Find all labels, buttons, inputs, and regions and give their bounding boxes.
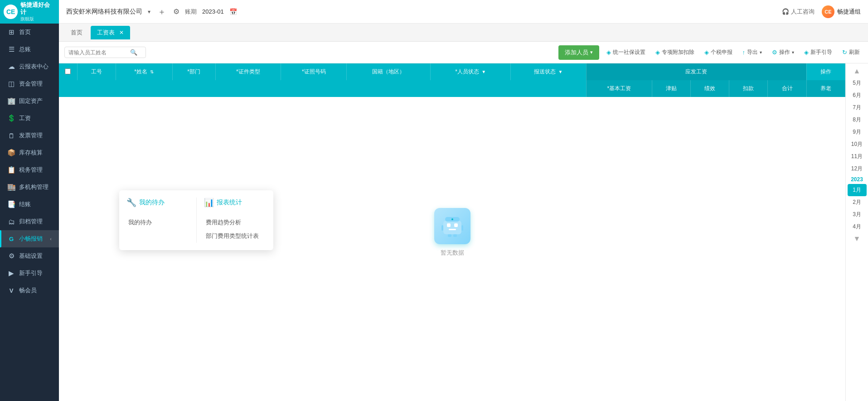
month-7[interactable]: 7月 [848,101,867,114]
month-8[interactable]: 8月 [848,114,867,126]
operations-header: 操作 [806,63,845,80]
tax-report-action[interactable]: ◈ 个税申报 [702,47,735,58]
reports-icon: 📊 [204,198,214,208]
sidebar-item-fixed-assets[interactable]: 🏢 固定资产 [0,92,59,110]
month-3[interactable]: 3月 [848,208,867,221]
month-4[interactable]: 4月 [848,221,867,233]
tab-close-salary[interactable]: ✕ [119,29,124,36]
subsidy-header: 绩效 [690,80,729,97]
social-insurance-action[interactable]: ◈ 统一社保设置 [604,47,648,58]
name-header[interactable]: *姓名 ⇅ [116,63,172,80]
operations-action[interactable]: ⚙ 操作 ▾ [769,47,797,58]
sidebar-item-archive[interactable]: 🗂 归档管理 [0,213,59,230]
sidebar-item-invoice[interactable]: 🗒 发票管理 [0,127,59,144]
svg-rect-1 [447,223,451,227]
sidebar-item-new-guide[interactable]: ▶ 新手引导 [0,265,59,282]
calendar-icon[interactable]: 📅 [229,8,237,15]
sidebar-item-ledger[interactable]: ☰ 总账 [0,41,59,58]
total-header: 合计 [768,80,806,97]
sidebar-item-fund[interactable]: ◫ 资金管理 [0,75,59,92]
export-action[interactable]: ↑ 导出 ▾ [740,47,765,58]
svg-rect-8 [448,234,451,237]
search-icon[interactable]: 🔍 [130,49,137,56]
operations-icon: ⚙ [772,49,777,56]
sidebar-item-home[interactable]: ⊞ 首页 [0,24,59,41]
month-11[interactable]: 11月 [848,150,867,163]
tab-home[interactable]: 首页 [64,26,89,39]
period-value: 2023-01 [202,8,224,15]
salary-group-header: 应发工资 [586,63,806,80]
add-company-button[interactable]: ＋ [156,6,168,17]
add-person-dropdown-arrow: ▾ [590,49,593,55]
month-picker: ▲ 5月 6月 7月 8月 9月 10月 11月 12月 2023 1月 2月 … [845,63,868,401]
basic-salary-header: *基本工资 [586,80,652,97]
month-12[interactable]: 12月 [848,163,867,175]
month-picker-up[interactable]: ▲ [852,65,863,77]
month-6[interactable]: 6月 [848,89,867,101]
sidebar-item-cloud-report[interactable]: ☁ 云报表中心 [0,58,59,75]
popup-item-dept-cost[interactable]: 部门费用类型统计表 [204,229,267,243]
sidebar-item-tax[interactable]: 📋 税务管理 [0,161,59,179]
popup-item-my-tasks[interactable]: 我的待办 [126,216,189,229]
month-1-active[interactable]: 1月 [848,184,867,196]
refresh-action[interactable]: ↻ 刷新 [839,47,863,58]
month-2[interactable]: 2月 [848,196,867,208]
dept-header: *部门 [172,63,215,80]
new-guide-action[interactable]: ◈ 新手引导 [801,47,835,58]
multi-org-icon: 🏬 [7,183,15,191]
person-status-header[interactable]: *人员状态 ▼ [431,63,511,80]
checkbox-header[interactable] [59,63,77,80]
fund-icon: ◫ [7,80,15,88]
sidebar-logo: CE 畅捷通好会计 旗舰版 [0,0,59,24]
cert-type-header: *证件类型 [215,63,281,80]
sidebar-item-inventory[interactable]: 📦 库存核算 [0,144,59,161]
refresh-icon: ↻ [842,49,847,56]
new-guide-icon: ▶ [7,269,15,277]
new-guide-action-icon: ◈ [804,49,809,56]
popup-col2-title: 📊 报表统计 [204,198,267,211]
empty-state: 暂无数据 [434,208,470,257]
empty-illustration [434,208,470,244]
search-box: 🔍 [64,47,146,58]
sidebar-item-settle[interactable]: 📑 结账 [0,196,59,213]
sidebar-item-member[interactable]: V 畅会员 [0,282,59,299]
send-status-header[interactable]: 报送状态 ▼ [510,63,586,80]
sidebar-item-xiao-chang[interactable]: G 小畅报销 ‹ [0,230,59,247]
topbar: 西安虾米网络科技有限公司 ▾ ＋ ⚙ 账期 2023-01 📅 🎧 人工咨询 C… [59,0,868,24]
sidebar-item-basic-settings[interactable]: ⚙ 基础设置 [0,247,59,265]
popup-col1-title: 🔧 我的待办 [126,198,189,211]
member-icon: V [7,287,15,294]
help-button[interactable]: 🎧 人工咨询 [782,8,815,16]
empty-text: 暂无数据 [441,249,464,257]
sidebar-item-multi-org[interactable]: 🏬 多机构管理 [0,179,59,196]
tax-icon: 📋 [7,166,15,174]
select-all-checkbox[interactable] [65,68,71,74]
settings-icon[interactable]: ⚙ [173,7,179,16]
tab-salary[interactable]: 工资表 ✕ [91,26,130,39]
company-name: 西安虾米网络科技有限公司 [66,8,142,16]
basic-settings-icon: ⚙ [7,252,15,260]
tabbar: 首页 工资表 ✕ [59,24,868,42]
special-deduction-action[interactable]: ◈ 专项附加扣除 [653,47,697,58]
tax-report-icon: ◈ [704,49,709,56]
invoice-icon: 🗒 [7,132,15,140]
month-picker-down[interactable]: ▼ [852,233,863,245]
add-person-button[interactable]: 添加人员 ▾ [558,45,599,60]
sidebar-item-salary[interactable]: 💲 工资 [0,110,59,127]
popup-menu: 🔧 我的待办 我的待办 📊 报表统计 费用趋势分析 部门费用类型统计表 [119,190,273,250]
cert-no-header: *证照号码 [281,63,347,80]
topbar-right: 🎧 人工咨询 CE 畅捷通组 [782,5,861,18]
month-10[interactable]: 10月 [848,138,867,150]
month-9[interactable]: 9月 [848,126,867,138]
salary-icon: 💲 [7,114,15,122]
user-menu[interactable]: CE 畅捷通组 [822,5,861,18]
month-5[interactable]: 5月 [848,77,867,89]
company-dropdown[interactable]: ▾ [148,9,150,15]
archive-icon: 🗂 [7,218,15,226]
emp-id-header: 工号 [77,63,116,80]
headset-icon: 🎧 [782,8,789,15]
svg-rect-7 [461,225,463,231]
settle-icon: 📑 [7,200,15,208]
popup-item-cost-trend[interactable]: 费用趋势分析 [204,216,267,229]
search-input[interactable] [68,49,127,56]
